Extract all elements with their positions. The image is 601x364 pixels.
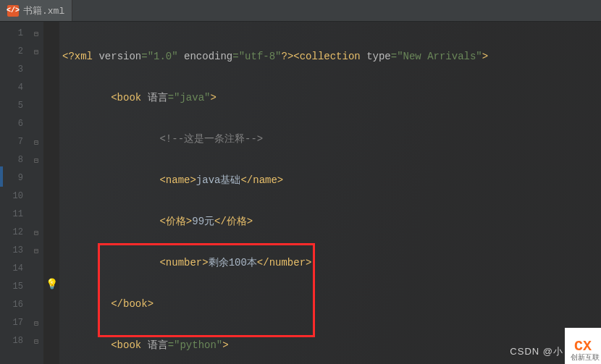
code-line[interactable]: <价格>99元</价格> [59,213,601,231]
line-number: 17 [0,314,29,332]
file-tab[interactable]: </> 书籍.xml [0,0,72,21]
line-number: 2 [0,43,29,61]
code-line[interactable]: <book 语言="java"> [59,89,601,107]
code-line[interactable]: <!--这是一条注释--> [59,130,601,148]
line-number: 5 [0,97,29,115]
line-number: 14 [0,260,29,278]
editor-area[interactable]: 1 2 3 4 5 6 7 8 9 10 11 12 13 14 15 16 1… [0,22,601,364]
fold-toggle-icon[interactable]: ⊟ [29,242,43,260]
line-number: 18 [0,332,29,350]
watermark-brand: 创新互联 [571,352,600,363]
line-number: 1 [0,25,29,43]
fold-toggle-icon[interactable]: ⊟ [29,151,43,169]
fold-end-icon[interactable]: ⊟ [29,332,43,350]
line-number: 3 [0,61,29,79]
fold-end-icon[interactable]: ⊟ [29,314,43,332]
line-number: 16 [0,296,29,314]
line-number: 15 [0,278,29,296]
fold-end-icon[interactable]: ⊟ [29,224,43,242]
line-number: 13 [0,242,29,260]
code-line[interactable]: <number>剩余100本</number> [59,254,601,272]
fold-toggle-icon[interactable]: ⊟ [29,43,43,61]
line-number-gutter: 1 2 3 4 5 6 7 8 9 10 11 12 13 14 15 16 1… [0,22,29,364]
line-number: 11 [0,206,29,224]
intention-bulb-icon[interactable]: 💡 [46,278,58,290]
code-line[interactable]: <name>java基础</name> [59,172,601,190]
tab-bar: </> 书籍.xml [0,0,601,22]
annotation-gutter: 💡 [43,22,59,364]
fold-end-icon[interactable]: ⊟ [29,133,43,151]
line-number: 10 [0,187,29,206]
line-number: 9 [0,169,29,187]
xml-file-icon: </> [7,5,19,17]
line-number: 4 [0,79,29,97]
code-line[interactable]: </book> [59,295,601,313]
line-number: 7 [0,133,29,151]
change-marker [0,166,3,187]
watermark-csdn: CSDN @小 [510,345,563,358]
code-line[interactable]: <?xml version="1.0" encoding="utf-8"?><c… [59,48,601,66]
tab-filename: 书籍.xml [23,4,64,17]
line-number: 6 [0,115,29,133]
line-number: 12 [0,224,29,242]
line-number: 8 [0,151,29,169]
fold-gutter: ⊟ ⊟ ⊟ ⊟ ⊟ ⊟ ⊟ ⊟ [29,22,43,364]
fold-toggle-icon[interactable]: ⊟ [29,25,43,43]
code-content[interactable]: <?xml version="1.0" encoding="utf-8"?><c… [59,22,601,364]
